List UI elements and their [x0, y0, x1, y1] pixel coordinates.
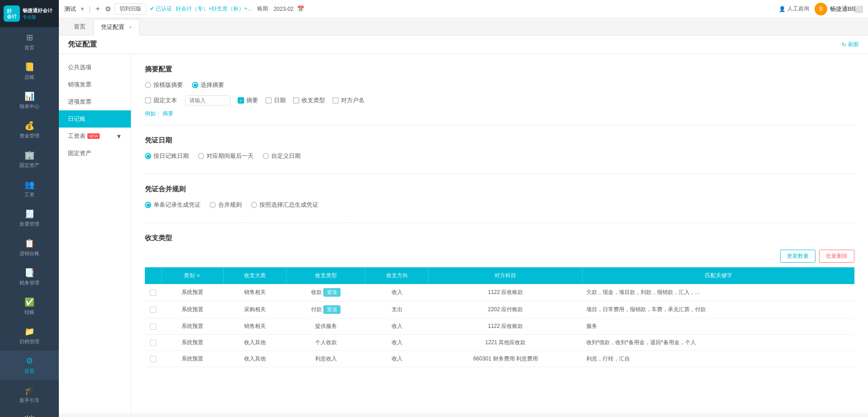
checkbox-summary[interactable]: ✓ 摘要: [238, 96, 258, 104]
sidebar-item-归档管理[interactable]: 📁归档管理: [0, 321, 59, 351]
sidebar-item-结账[interactable]: ✅结账: [0, 292, 59, 321]
type-text-0: 收款: [311, 289, 322, 295]
tab-home[interactable]: 首页: [66, 19, 93, 35]
radio-template-summary[interactable]: 按模版摘要: [145, 81, 183, 89]
checkbox-type-icon: [293, 97, 299, 104]
sidebar-item-发票管理[interactable]: 🧾发票管理: [0, 204, 59, 233]
checkbox-date-icon: [265, 97, 272, 104]
radio-single-icon: [145, 202, 151, 208]
merge-title: 凭证合并规则: [145, 185, 854, 194]
sidebar-item-税务管理[interactable]: 📑税务管理: [0, 262, 59, 292]
checkbox-summary-icon: ✓: [238, 97, 244, 104]
sidebar-item-首页[interactable]: ⊞首页: [0, 27, 59, 57]
sidebar-item-设置[interactable]: ⚙设置: [0, 351, 59, 380]
checkbox-fixed-text[interactable]: 固定文本: [145, 96, 177, 104]
left-nav-item-4[interactable]: 工资表NEW▼: [59, 128, 131, 145]
radio-select-summary[interactable]: 选择摘要: [192, 81, 224, 89]
row-subject-4: 660301 财务费用 利息费用: [428, 351, 582, 367]
left-nav-item-3[interactable]: 日记账: [59, 110, 131, 128]
switch-version-button[interactable]: 切到旧版: [115, 3, 146, 14]
row-checkbox-4[interactable]: [150, 356, 156, 362]
row-checkbox-1[interactable]: [150, 307, 156, 313]
radio-single-voucher[interactable]: 单条记录生成凭证: [145, 201, 201, 209]
sidebar-icon-3: 💰: [24, 121, 34, 131]
sidebar-label-1: 总账: [24, 74, 34, 81]
left-nav-item-0[interactable]: 公共选项: [59, 59, 131, 76]
table-header-1[interactable]: 类别 ∨: [161, 267, 223, 284]
voucher-date-section: 凭证日期 按日记账日期 对应期间最后一天: [145, 125, 854, 174]
left-nav-label-5: 固定资产: [68, 149, 91, 157]
table-header-5: 对方科目: [428, 267, 582, 284]
left-nav-label-1: 销项发票: [68, 81, 91, 89]
row-direction-3: 收入: [365, 335, 428, 351]
sidebar-icon-9: ✅: [24, 297, 34, 307]
service-button[interactable]: 👤 人工咨询: [779, 5, 809, 13]
radio-merge-icon: [210, 202, 216, 208]
row-type-1: 付款 置顶: [287, 301, 365, 318]
tab-bar: 首页 凭证配置 ×: [59, 18, 868, 35]
content-area: 凭证配置 ↻ 刷新 公共选项销项发票进项发票日记账工资表NEW▼固定资产 摘要配…: [59, 35, 868, 417]
tab-close-icon[interactable]: ×: [129, 24, 132, 30]
radio-period-last[interactable]: 对应期间最后一天: [198, 152, 254, 160]
row-checkbox-3[interactable]: [150, 340, 156, 346]
checkbox-type[interactable]: 收支类型: [293, 96, 325, 104]
radio-summary-voucher[interactable]: 按照选择汇总生成凭证: [251, 201, 318, 209]
checkbox-counterpart[interactable]: 对方户名: [332, 96, 364, 104]
sidebar-menu: ⊞首页📒总账📊报表中心💰资金管理🏢固定资产👥工资🧾发票管理📋进销台账📑税务管理✅…: [0, 27, 59, 417]
calendar-icon[interactable]: 📅: [297, 5, 304, 12]
refresh-button[interactable]: ↻ 刷新: [842, 41, 859, 48]
table-header-6: 匹配关键字: [583, 267, 854, 284]
sidebar-icon-4: 🏢: [24, 150, 34, 160]
settings-icon[interactable]: ⚙: [105, 5, 111, 13]
sidebar-item-新手引导[interactable]: 🎓新手引导: [0, 380, 59, 409]
table-row: 系统预置采购相关付款 置顶支出2202 应付账款项目，日常费用，报销款，车费，承…: [145, 301, 854, 318]
left-nav-item-1[interactable]: 销项发票: [59, 76, 131, 93]
row-bigtype-1: 采购相关: [223, 301, 286, 318]
right-panel: 摘要配置 按模版摘要 选择摘要: [131, 54, 868, 413]
sidebar-logo: 好会计 畅捷通好会计 专业版: [0, 0, 59, 27]
left-nav-item-5[interactable]: 固定资产: [59, 145, 131, 162]
period-label: 账期: [257, 5, 268, 13]
row-subject-3: 1221 其他应收款: [428, 335, 582, 351]
row-category-2: 系统预置: [161, 318, 223, 335]
page-title: 凭证配置: [68, 40, 97, 49]
radio-custom-date[interactable]: 自定义日期: [263, 152, 301, 160]
add-icon[interactable]: ＋: [94, 4, 101, 14]
sidebar-item-总账[interactable]: 📒总账: [0, 57, 59, 86]
update-count-button[interactable]: 更新数量: [780, 250, 815, 263]
income-expense-table: 类别 ∨收支大类收支类型收支方向对方科目匹配关键字 系统预置销售相关收款 置顶收…: [145, 267, 854, 367]
batch-delete-button[interactable]: 批量删除: [819, 250, 854, 263]
row-bigtype-2: 销售相关: [223, 318, 286, 335]
radio-merge-rule[interactable]: 合并规则: [210, 201, 242, 209]
table-row: 系统预置销售相关收款 置顶收入1122 应收账款欠款，现金，项目款，到款，报销款…: [145, 284, 854, 301]
row-bigtype-0: 销售相关: [223, 284, 286, 301]
radio-journal-date[interactable]: 按日记账日期: [145, 152, 189, 160]
sidebar-item-资金管理[interactable]: 💰资金管理: [0, 115, 59, 145]
table-row: 系统预置收入其他利息收入收入660301 财务费用 利息费用利息，行转，汇自: [145, 351, 854, 367]
row-checkbox-2[interactable]: [150, 323, 156, 330]
tag-btn-0[interactable]: 置顶: [323, 288, 340, 297]
sidebar-item-报表中心[interactable]: 📊报表中心: [0, 86, 59, 115]
sidebar-item-畅会员[interactable]: 👑畅会员: [0, 409, 59, 417]
select-all-checkbox[interactable]: [150, 273, 156, 279]
sidebar-label-5: 工资: [24, 191, 34, 198]
income-expense-section: 收支类型 更新数量 批量删除 类别 ∨收支大类收支类型收支方向对方科目匹配关键字…: [145, 223, 854, 374]
voucher-date-title: 凭证日期: [145, 136, 854, 145]
sidebar-item-工资[interactable]: 👥工资: [0, 174, 59, 204]
sidebar-label-7: 进销台账: [19, 250, 39, 257]
close-button[interactable]: ✕: [842, 5, 851, 14]
sidebar-item-进销台账[interactable]: 📋进销台账: [0, 233, 59, 262]
dropdown-arrow-icon[interactable]: ▼: [80, 6, 85, 12]
checkbox-date[interactable]: 日期: [265, 96, 286, 104]
sidebar-label-10: 归档管理: [19, 338, 39, 345]
tag-btn-1[interactable]: 置顶: [323, 305, 340, 314]
sidebar-label-11: 设置: [24, 368, 34, 374]
row-checkbox-0[interactable]: [150, 289, 156, 296]
left-nav-label-3: 日记账: [68, 115, 86, 123]
sidebar-item-固定资产[interactable]: 🏢固定资产: [0, 145, 59, 174]
fixed-text-input[interactable]: [185, 95, 230, 105]
maximize-button[interactable]: ⬜: [854, 5, 863, 14]
summary-checkbox-row: 固定文本 ✓ 摘要 日期: [145, 95, 854, 105]
left-nav-item-2[interactable]: 进项发票: [59, 93, 131, 110]
tab-voucher-config[interactable]: 凭证配置 ×: [93, 19, 139, 35]
